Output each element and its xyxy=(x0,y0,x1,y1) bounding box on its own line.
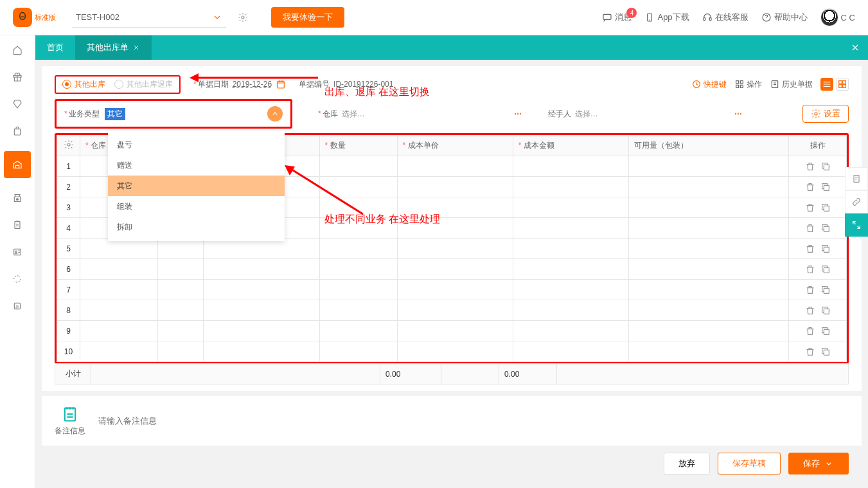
tabs-close-all[interactable] xyxy=(842,35,868,60)
app-download[interactable]: App下载 xyxy=(644,12,689,23)
cell[interactable] xyxy=(513,218,628,239)
delete-icon[interactable] xyxy=(805,161,815,172)
cell[interactable] xyxy=(319,218,397,239)
copy-icon[interactable] xyxy=(820,182,831,192)
cell[interactable] xyxy=(319,156,397,177)
chevron-up-icon[interactable] xyxy=(267,106,283,122)
cell[interactable] xyxy=(513,321,628,341)
cell[interactable] xyxy=(80,239,158,259)
customer-service[interactable]: 在线客服 xyxy=(702,12,748,23)
cell[interactable] xyxy=(80,341,158,362)
save-draft-button[interactable]: 保存草稿 xyxy=(718,453,781,474)
view-list[interactable] xyxy=(820,78,833,91)
nav-new[interactable]: 新 xyxy=(10,299,24,313)
copy-icon[interactable] xyxy=(820,305,831,316)
close-icon[interactable] xyxy=(132,44,140,51)
cell[interactable] xyxy=(204,321,319,341)
cell[interactable] xyxy=(157,341,204,362)
org-select[interactable]: TEST-H002 xyxy=(72,7,226,28)
delete-icon[interactable] xyxy=(805,264,815,275)
cell[interactable] xyxy=(157,280,204,300)
radio-outbound[interactable]: 其他出库 xyxy=(62,79,105,90)
cell[interactable] xyxy=(157,321,204,341)
cell[interactable] xyxy=(628,300,788,321)
delete-icon[interactable] xyxy=(805,305,815,316)
cell[interactable] xyxy=(319,280,397,300)
cell[interactable] xyxy=(628,239,788,259)
cell[interactable] xyxy=(397,197,513,218)
copy-icon[interactable] xyxy=(820,347,831,357)
cell[interactable] xyxy=(397,259,513,280)
nav-home[interactable] xyxy=(10,43,24,57)
help-center[interactable]: 帮助中心 xyxy=(761,12,808,23)
delete-icon[interactable] xyxy=(805,326,815,336)
cell[interactable] xyxy=(204,239,319,259)
cell[interactable] xyxy=(628,218,788,239)
side-doc[interactable] xyxy=(845,167,868,190)
try-button[interactable]: 我要体验一下 xyxy=(271,7,344,28)
remarks-input[interactable] xyxy=(98,416,849,426)
dd-other[interactable]: 其它 xyxy=(108,176,285,196)
dd-gift[interactable]: 赠送 xyxy=(108,155,285,176)
copy-icon[interactable] xyxy=(820,264,831,275)
cell[interactable] xyxy=(513,239,628,259)
cell[interactable] xyxy=(157,259,204,280)
cell[interactable] xyxy=(204,341,319,362)
cell[interactable] xyxy=(397,300,513,321)
side-link[interactable] xyxy=(845,190,868,213)
cell[interactable] xyxy=(397,218,513,239)
cell[interactable] xyxy=(319,259,397,280)
cell[interactable] xyxy=(80,300,158,321)
messages-button[interactable]: 消息 4 xyxy=(602,12,632,23)
delete-icon[interactable] xyxy=(805,244,815,254)
ops-button[interactable]: 操作 xyxy=(734,79,762,90)
user-menu[interactable]: C C xyxy=(820,8,855,26)
tab-home[interactable]: 首页 xyxy=(35,35,75,60)
more-icon[interactable]: ⋯ xyxy=(514,109,522,118)
cell[interactable] xyxy=(513,156,628,177)
cell[interactable] xyxy=(80,259,158,280)
cell[interactable] xyxy=(319,321,397,341)
cell[interactable] xyxy=(319,341,397,362)
nav-bag[interactable] xyxy=(10,124,24,138)
cell[interactable] xyxy=(80,280,158,300)
cell[interactable] xyxy=(628,177,788,197)
delete-icon[interactable] xyxy=(805,285,815,295)
cell[interactable] xyxy=(628,280,788,300)
cell[interactable] xyxy=(157,239,204,259)
delete-icon[interactable] xyxy=(805,203,815,213)
copy-icon[interactable] xyxy=(820,285,831,295)
cell[interactable] xyxy=(397,177,513,197)
nav-gift[interactable] xyxy=(10,70,24,84)
nav-id[interactable] xyxy=(10,245,24,259)
cell[interactable] xyxy=(628,341,788,362)
history-button[interactable]: 历史单据 xyxy=(770,79,813,90)
delete-icon[interactable] xyxy=(805,182,815,192)
cell[interactable] xyxy=(513,197,628,218)
cell[interactable] xyxy=(397,156,513,177)
copy-icon[interactable] xyxy=(820,161,831,172)
delete-icon[interactable] xyxy=(805,223,815,233)
nav-warehouse[interactable] xyxy=(4,151,31,178)
side-expand[interactable] xyxy=(845,213,868,237)
cell[interactable] xyxy=(513,280,628,300)
calendar-icon[interactable] xyxy=(276,79,286,89)
cell[interactable] xyxy=(397,341,513,362)
cell[interactable] xyxy=(513,300,628,321)
more-icon[interactable]: ⋯ xyxy=(734,109,743,118)
cell[interactable] xyxy=(319,239,397,259)
cell[interactable] xyxy=(397,321,513,341)
settings-icon[interactable] xyxy=(234,8,252,26)
shortcut-button[interactable]: 快捷键 xyxy=(691,79,727,90)
handler-field[interactable]: 经手人 选择… ⋯ xyxy=(548,109,743,120)
cell[interactable] xyxy=(513,259,628,280)
cell[interactable] xyxy=(628,321,788,341)
cell[interactable] xyxy=(628,156,788,177)
warehouse-field[interactable]: 仓库 选择… ⋯ xyxy=(318,109,522,120)
cell[interactable] xyxy=(204,259,319,280)
cell[interactable] xyxy=(204,300,319,321)
discard-button[interactable]: 放弃 xyxy=(664,453,710,474)
nav-refresh[interactable] xyxy=(10,272,24,286)
copy-icon[interactable] xyxy=(820,326,831,336)
copy-icon[interactable] xyxy=(820,223,831,233)
